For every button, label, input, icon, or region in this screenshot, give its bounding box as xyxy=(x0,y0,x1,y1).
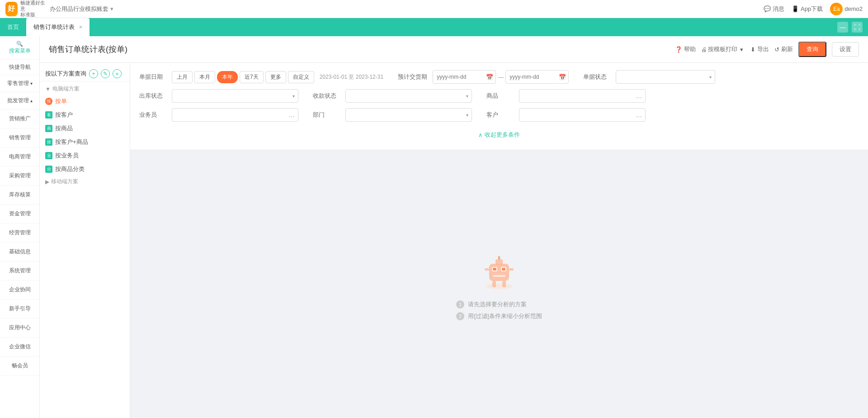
sidebar-item-guide[interactable]: 新手引导 xyxy=(0,299,39,318)
date-btn-custom[interactable]: 自定义 xyxy=(288,71,314,83)
collapse-bar[interactable]: ∧ 收起更多条件 xyxy=(139,127,859,142)
export-btn[interactable]: ⬇ 导出 xyxy=(750,45,769,53)
sidebar-item-sales[interactable]: 销售管理 xyxy=(0,128,39,147)
scheme-item-by-goods[interactable]: 商 按商品 xyxy=(40,122,130,135)
scheme-item-by-customer[interactable]: 客 按客户 xyxy=(40,108,130,122)
nav-dropdown-icon[interactable]: ▾ xyxy=(110,5,113,12)
date-buttons: 上月 本月 本年 近7天 更多 自定义 xyxy=(172,71,314,83)
refresh-btn[interactable]: ↺ 刷新 xyxy=(774,45,793,53)
results-area: 1 请先选择要分析的方案 2 用[过滤]条件来缩小分析范围 xyxy=(130,150,868,418)
sidebar-item-ecommerce[interactable]: 电商管理 xyxy=(0,147,39,166)
download-icon: 📱 xyxy=(792,5,799,12)
tab-expand-btn[interactable]: ⛶ xyxy=(852,22,863,33)
sidebar-item-wechat[interactable]: 企业微信 xyxy=(0,337,39,356)
svg-rect-1 xyxy=(489,264,509,281)
sidebar-quick-nav[interactable]: 快捷导航 xyxy=(0,60,39,75)
svg-rect-5 xyxy=(502,268,505,271)
sidebar-item-operations[interactable]: 经营管理 xyxy=(0,223,39,242)
date-btn-more[interactable]: 更多 xyxy=(265,71,286,83)
tab-home[interactable]: 首页 xyxy=(0,18,26,36)
shipment-select[interactable] xyxy=(172,89,298,103)
sidebar-item-finance[interactable]: 资金管理 xyxy=(0,204,39,223)
main-layout: 🔍 搜索菜单 快捷导航 零售管理 ▾ 批发管理 ▴ 营销推广 销售管理 电商管理… xyxy=(0,36,868,418)
scheme-item-by-salesperson[interactable]: 业 按业务员 xyxy=(40,149,130,162)
cal-start-icon: 📅 xyxy=(486,74,493,81)
top-actions: 💬 消息 📱 App下载 Ea demo2 xyxy=(764,3,863,15)
sidebar-search-menu[interactable]: 🔍 搜索菜单 xyxy=(0,36,39,60)
filter-panel: 单据日期 上月 本月 本年 近7天 更多 自定义 2023-01-01 至 20… xyxy=(130,63,868,150)
sidebar-item-retail[interactable]: 零售管理 ▾ xyxy=(0,75,39,92)
scheme-section-mobile[interactable]: ▶ 移动端方案 xyxy=(40,176,130,187)
query-btn[interactable]: 查询 xyxy=(798,42,826,57)
tip2-text: 用[过滤]条件来缩小分析范围 xyxy=(468,312,542,320)
scheme-item-by-customer-goods[interactable]: 按 按客户+商品 xyxy=(40,135,130,149)
date-label: 单据日期 xyxy=(139,73,166,81)
print-icon: 🖨 xyxy=(701,46,707,53)
sidebar-item-app-center[interactable]: 应用中心 xyxy=(0,318,39,337)
date-btn-this-month[interactable]: 本月 xyxy=(194,71,215,83)
customer-field: … xyxy=(519,108,646,122)
tab-sales-order[interactable]: 销售订单统计表 × xyxy=(26,18,90,36)
scheme-customer-icon: 客 xyxy=(45,111,52,119)
scheme-item-by-category[interactable]: 分 按商品分类 xyxy=(40,162,130,176)
goods-input[interactable] xyxy=(519,89,646,103)
salesperson-label: 业务员 xyxy=(139,111,166,119)
print-dropdown-arrow[interactable]: ▾ xyxy=(738,44,745,55)
tab-minimize-btn[interactable]: — xyxy=(837,22,848,33)
top-nav-title: 办公用品行业模拟账套 ▾ xyxy=(45,5,764,13)
scheme-header-title: 按以下方案查询 xyxy=(45,70,86,78)
settings-btn[interactable]: 设置 xyxy=(832,42,859,57)
expected-delivery-label: 预计交货期 xyxy=(398,73,427,81)
help-btn[interactable]: ❓ 帮助 xyxy=(675,45,696,53)
status-field: ▾ xyxy=(616,70,715,84)
empty-tip-2: 2 用[过滤]条件来缩小分析范围 xyxy=(456,312,542,320)
tip1-text: 请先选择要分析的方案 xyxy=(468,300,527,309)
sidebar-item-wholesale[interactable]: 批发管理 ▴ xyxy=(0,92,39,109)
sidebar-item-marketing[interactable]: 营销推广 xyxy=(0,109,39,128)
user-menu[interactable]: Ea demo2 xyxy=(830,3,863,15)
refresh-icon: ↺ xyxy=(774,46,779,53)
svg-rect-11 xyxy=(492,281,496,287)
svg-rect-4 xyxy=(493,268,496,271)
date-btn-7days[interactable]: 近7天 xyxy=(240,71,264,83)
status-select[interactable] xyxy=(616,70,715,84)
sidebar: 🔍 搜索菜单 快捷导航 零售管理 ▾ 批发管理 ▴ 营销推广 销售管理 电商管理… xyxy=(0,36,40,418)
filter-row-1: 单据日期 上月 本月 本年 近7天 更多 自定义 2023-01-01 至 20… xyxy=(139,70,859,84)
tip1-num: 1 xyxy=(456,300,464,309)
empty-tips: 1 请先选择要分析的方案 2 用[过滤]条件来缩小分析范围 xyxy=(456,300,542,320)
salesperson-input[interactable] xyxy=(172,108,298,122)
scheme-item-by-order[interactable]: 按 按单 xyxy=(40,95,130,108)
svg-rect-12 xyxy=(502,281,506,287)
section-arrow-icon: ▼ xyxy=(45,86,51,92)
scheme-item-icon: 按 xyxy=(45,98,52,105)
date-btn-last-month[interactable]: 上月 xyxy=(172,71,193,83)
sidebar-item-purchase[interactable]: 采购管理 xyxy=(0,166,39,185)
sidebar-item-inventory[interactable]: 库存核算 xyxy=(0,185,39,204)
scheme-section-desktop[interactable]: ▼ 电脑端方案 xyxy=(40,83,130,95)
scheme-edit-btn[interactable]: ✎ xyxy=(101,69,110,78)
goods-label: 商品 xyxy=(486,92,514,100)
app-download-btn[interactable]: 📱 App下载 xyxy=(792,5,823,13)
scheme-collapse-btn[interactable]: « xyxy=(113,69,122,78)
print-template-btn[interactable]: 🖨 按模板打印 ▾ xyxy=(701,44,745,55)
date-btn-this-year[interactable]: 本年 xyxy=(217,71,238,83)
department-select[interactable] xyxy=(345,108,472,122)
status-label: 单据状态 xyxy=(583,73,610,81)
sidebar-item-enterprise[interactable]: 企业协同 xyxy=(0,280,39,299)
sidebar-item-basic-info[interactable]: 基础信息 xyxy=(0,242,39,261)
department-field: ▾ xyxy=(345,108,472,122)
scheme-header: 按以下方案查询 + ✎ « xyxy=(40,66,130,81)
avatar: Ea xyxy=(830,3,843,15)
logo-text: 畅捷通好生意 标准版 xyxy=(20,0,45,18)
svg-rect-7 xyxy=(495,259,503,265)
scheme-cg-icon: 按 xyxy=(45,138,52,146)
sidebar-item-member[interactable]: 畅会员 xyxy=(0,356,39,375)
sidebar-item-system[interactable]: 系统管理 xyxy=(0,261,39,280)
tab-close-btn[interactable]: × xyxy=(79,24,82,30)
scheme-goods-icon: 商 xyxy=(45,125,52,132)
scheme-panel: 按以下方案查询 + ✎ « ▼ 电脑端方案 按 按单 客 xyxy=(40,63,130,418)
customer-input[interactable] xyxy=(519,108,646,122)
scheme-add-btn[interactable]: + xyxy=(89,69,98,78)
payment-select[interactable] xyxy=(345,89,472,103)
message-btn[interactable]: 💬 消息 xyxy=(764,5,784,13)
